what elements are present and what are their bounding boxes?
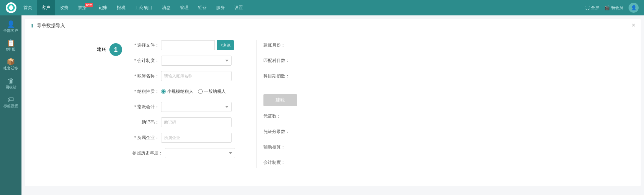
zero-declare-icon: 📋 bbox=[7, 40, 15, 46]
nav-home[interactable]: 首页 bbox=[19, 0, 37, 15]
sidebar-item-account-migrate[interactable]: 📦 账套迁移 bbox=[1, 56, 21, 73]
sidebar-item-recycle[interactable]: 🗑 回收站 bbox=[1, 75, 21, 92]
right-accounting-system-label: 会计制度： bbox=[263, 159, 285, 166]
ledger-name-input[interactable] bbox=[161, 71, 232, 81]
file-input[interactable] bbox=[161, 40, 215, 50]
history-year-label: 参照历史年度： bbox=[132, 150, 163, 156]
browse-button[interactable]: +浏览 bbox=[217, 40, 234, 50]
zero-declare-label: 0申报 bbox=[6, 47, 15, 52]
account-migrate-icon: 📦 bbox=[7, 58, 15, 65]
nav-business[interactable]: 工商项目 bbox=[130, 0, 157, 15]
nav-billing[interactable]: 收费 bbox=[55, 0, 73, 15]
form-panel: ⬆ 导爷数据导入 × 建账 1 * 选择文件： bbox=[25, 19, 641, 186]
step-badge: 1 bbox=[109, 43, 122, 56]
nav-items: 首页 客户 收费 票据 new 记账 报税 工商项目 消息 管理 经营 服务 设… bbox=[19, 0, 585, 15]
nav-invoice[interactable]: 票据 new bbox=[73, 0, 94, 15]
ledger-name-row: * 账簿名称： bbox=[132, 71, 250, 81]
nav-manage[interactable]: 管理 bbox=[175, 0, 193, 15]
member-btn[interactable]: 🎬 畅会员 bbox=[604, 5, 623, 11]
accountant-row: * 指派会计： bbox=[132, 102, 250, 112]
nav-message[interactable]: 消息 bbox=[157, 0, 175, 15]
right-accounting-system-row: 会计制度： bbox=[263, 157, 351, 168]
voucher-entries-row: 凭证分录数： bbox=[263, 126, 351, 137]
match-subjects-label: 匹配科目数： bbox=[263, 58, 290, 64]
panel-title: 导爷数据导入 bbox=[37, 23, 65, 29]
voucher-entries-label: 凭证分录数： bbox=[263, 129, 290, 135]
member-icon: 🎬 bbox=[604, 5, 610, 10]
ledger-name-label: * 账簿名称： bbox=[132, 73, 159, 79]
memo-row: 助记码： bbox=[132, 117, 250, 128]
history-year-select[interactable] bbox=[165, 148, 235, 158]
tags-label: 标签设置 bbox=[3, 104, 18, 108]
company-input[interactable] bbox=[161, 133, 232, 143]
content-area: ⬆ 导爷数据导入 × 建账 1 * 选择文件： bbox=[21, 15, 644, 195]
match-subjects-row: 匹配科目数： bbox=[263, 55, 351, 66]
avatar[interactable]: 👤 bbox=[629, 3, 639, 13]
nav-operation[interactable]: 经营 bbox=[193, 0, 211, 15]
tax-type-radio-group: 小规模纳税人 一般纳税人 bbox=[161, 88, 226, 94]
memo-label: 助记码： bbox=[132, 119, 159, 125]
form-left-col: * 选择文件： +浏览 * 会计制度： * 账簿名称： bbox=[132, 40, 250, 168]
company-label: * 所属企业： bbox=[132, 135, 159, 141]
nav-right: ⛶ 全屏 🎬 畅会员 👤 bbox=[585, 3, 644, 13]
nav-service[interactable]: 服务 bbox=[211, 0, 230, 15]
step-label: 建账 bbox=[97, 43, 106, 53]
tags-icon: 🏷 bbox=[7, 96, 14, 103]
vouchers-label: 凭证数： bbox=[263, 113, 281, 119]
file-row: * 选择文件： +浏览 bbox=[132, 40, 250, 51]
fullscreen-btn[interactable]: ⛶ 全屏 bbox=[585, 5, 599, 11]
fullscreen-label: 全屏 bbox=[591, 5, 599, 11]
tax-type-small[interactable]: 小规模纳税人 bbox=[161, 88, 193, 94]
company-row: * 所属企业： bbox=[132, 132, 250, 143]
member-label: 畅会员 bbox=[611, 5, 623, 11]
top-nav: 首页 客户 收费 票据 new 记账 报税 工商项目 消息 管理 经营 服务 设… bbox=[0, 0, 644, 15]
nav-customer[interactable]: 客户 bbox=[37, 0, 55, 15]
new-badge: new bbox=[85, 3, 93, 7]
history-year-row: 参照历史年度： bbox=[132, 148, 250, 158]
accounting-system-row: * 会计制度： bbox=[132, 55, 250, 66]
month-row: 建账月份： bbox=[263, 40, 351, 51]
accounting-system-label: * 会计制度： bbox=[132, 58, 159, 64]
build-account-button[interactable]: 建账 bbox=[263, 94, 297, 106]
recycle-icon: 🗑 bbox=[7, 77, 14, 84]
form-right-col: 建账月份： 匹配科目数： 科目期初数： 建账 凭证数： bbox=[263, 40, 351, 168]
tax-type-general[interactable]: 一般纳税人 bbox=[198, 88, 226, 94]
main-layout: 👤 全部客户 📋 0申报 📦 账套迁移 🗑 回收站 🏷 标签设置 ⬆ 导爷数据导… bbox=[0, 15, 644, 195]
account-migrate-label: 账套迁移 bbox=[3, 66, 18, 70]
vouchers-row: 凭证数： bbox=[263, 111, 351, 122]
tax-type-general-label: 一般纳税人 bbox=[204, 88, 226, 94]
all-customers-icon: 👤 bbox=[7, 21, 15, 27]
avatar-icon: 👤 bbox=[631, 5, 637, 10]
sidebar: 👤 全部客户 📋 0申报 📦 账套迁移 🗑 回收站 🏷 标签设置 bbox=[0, 15, 21, 195]
initial-subjects-label: 科目期初数： bbox=[263, 73, 290, 79]
recycle-label: 回收站 bbox=[5, 85, 16, 89]
all-customers-label: 全部客户 bbox=[3, 28, 18, 33]
month-label: 建账月份： bbox=[263, 42, 285, 48]
logo bbox=[3, 0, 19, 15]
sidebar-item-zero-declare[interactable]: 📋 0申报 bbox=[1, 37, 21, 54]
nav-bookkeeping[interactable]: 记账 bbox=[94, 0, 112, 15]
import-icon: ⬆ bbox=[30, 23, 34, 28]
sidebar-item-all-customers[interactable]: 👤 全部客户 bbox=[1, 18, 21, 36]
nav-tax[interactable]: 报税 bbox=[112, 0, 130, 15]
form-step-area: 建账 1 bbox=[25, 40, 132, 168]
close-button[interactable]: × bbox=[632, 22, 635, 28]
nav-settings[interactable]: 设置 bbox=[230, 0, 248, 15]
auxiliary-accounting-label: 辅助核算： bbox=[263, 144, 285, 150]
form-panel-header: ⬆ 导爷数据导入 bbox=[25, 19, 641, 33]
auxiliary-accounting-row: 辅助核算： bbox=[263, 142, 351, 152]
tax-type-label: * 纳税性质： bbox=[132, 88, 159, 94]
accounting-system-select[interactable] bbox=[161, 56, 232, 66]
tax-type-row: * 纳税性质： 小规模纳税人 一般纳税人 bbox=[132, 86, 250, 97]
sidebar-item-tags[interactable]: 🏷 标签设置 bbox=[1, 93, 21, 111]
file-label: * 选择文件： bbox=[132, 42, 159, 48]
tax-type-small-label: 小规模纳税人 bbox=[167, 88, 193, 94]
memo-input[interactable] bbox=[161, 117, 232, 127]
accountant-select[interactable] bbox=[161, 102, 232, 112]
form-body: 建账 1 * 选择文件： +浏览 * 会计制度： bbox=[25, 33, 641, 175]
fullscreen-icon: ⛶ bbox=[585, 5, 590, 10]
accountant-label: * 指派会计： bbox=[132, 104, 159, 110]
divider bbox=[256, 40, 257, 168]
initial-subjects-row: 科目期初数： bbox=[263, 71, 351, 81]
